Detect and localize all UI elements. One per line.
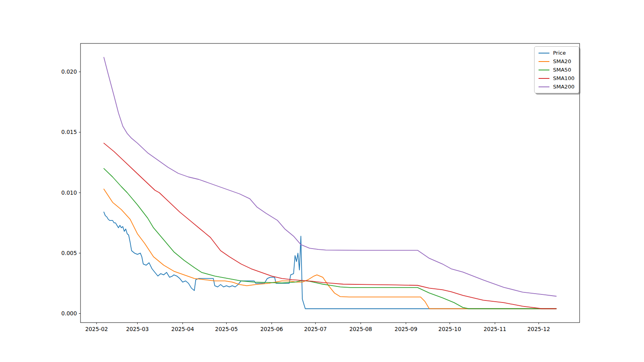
legend: Price SMA20 SMA50 SMA100 SMA200 [534, 46, 579, 93]
x-tick-label: 2025-10 [438, 326, 461, 332]
y-tick-label: 0.020 [61, 68, 77, 75]
legend-line-swatch [539, 61, 549, 62]
y-tick-label: 0.010 [61, 189, 77, 196]
legend-label: SMA200 [553, 84, 574, 90]
x-tick-label: 2025-04 [171, 326, 194, 332]
legend-label: SMA100 [553, 75, 574, 81]
legend-line-swatch [539, 78, 549, 79]
y-tick-label: 0.000 [61, 310, 77, 317]
legend-item-sma20: SMA20 [539, 57, 574, 66]
legend-line-swatch [539, 86, 549, 87]
series-line-price [104, 212, 556, 309]
x-tick-label: 2025-12 [527, 326, 550, 332]
legend-line-swatch [539, 53, 549, 53]
legend-line-swatch [539, 70, 549, 70]
y-tick-label: 0.005 [61, 250, 77, 256]
y-tick-label: 0.015 [61, 129, 77, 135]
x-tick-label: 2025-09 [394, 326, 417, 332]
x-tick-label: 2025-11 [484, 326, 506, 332]
figure: 0.0000.0050.0100.0150.0202025-022025-032… [0, 0, 644, 362]
legend-item-sma100: SMA100 [539, 74, 574, 82]
x-tick-label: 2025-05 [215, 326, 237, 332]
legend-label: Price [553, 50, 566, 56]
x-tick-label: 2025-02 [85, 326, 108, 332]
legend-item-price: Price [539, 49, 574, 57]
legend-item-sma200: SMA200 [539, 82, 574, 91]
plot-border [80, 43, 580, 323]
x-tick-label: 2025-07 [304, 326, 327, 332]
legend-item-sma50: SMA50 [539, 66, 574, 74]
series-line-sma200 [104, 58, 556, 296]
x-tick-label: 2025-08 [349, 326, 372, 332]
series-line-sma100 [104, 143, 556, 309]
legend-label: SMA50 [553, 67, 571, 73]
legend-label: SMA20 [553, 58, 571, 64]
x-tick-label: 2025-03 [126, 326, 149, 332]
x-tick-label: 2025-06 [260, 326, 283, 332]
